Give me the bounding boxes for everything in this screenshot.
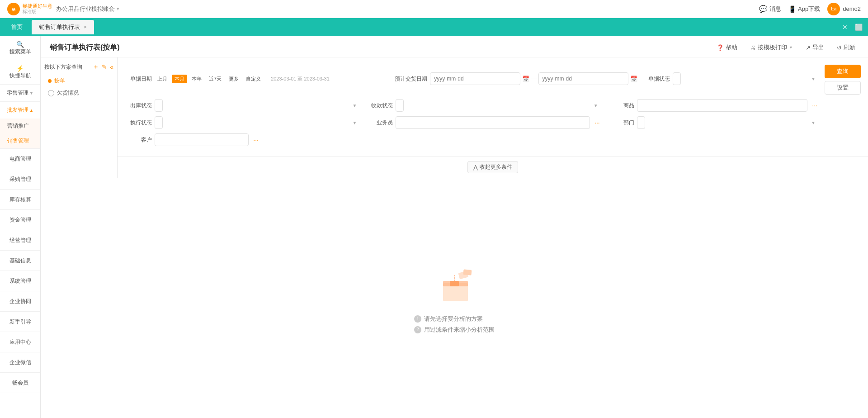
filter-add-icon[interactable]: ＋ [93,63,99,71]
print-btn[interactable]: 🖨 按模板打印 ▼ [746,42,797,53]
calendar-icon-1: 📅 [522,76,529,82]
sidebar-quick-nav[interactable]: ⚡ 快捷导航 [0,60,40,84]
date-tab-more[interactable]: 更多 [226,75,241,83]
empty-tip-2: 2 用过滤条件来缩小分析范围 [414,326,495,334]
help-icon: ❓ [717,44,724,51]
tab-sales-order[interactable]: 销售订单执行表 × [32,20,94,34]
customer-dots-icon[interactable]: ··· [251,136,260,143]
sidebar-item-enterprise[interactable]: 企业协同 [0,291,40,311]
salesperson-dots-icon[interactable]: ··· [593,119,602,126]
sidebar-ecommerce-section: 电商管理 [0,149,40,169]
expected-date-end-input[interactable] [538,72,628,85]
help-btn[interactable]: ❓ 帮助 [713,42,741,53]
sidebar-item-wholesale[interactable]: 批发管理 ▲ [0,102,40,119]
empty-tip-1: 1 请先选择要分析的方案 [414,315,495,323]
date-tab-7days[interactable]: 近7天 [206,75,224,83]
status-chevron-icon: ▼ [811,76,816,81]
export-label: 导出 [812,43,824,52]
filter-active-dot [48,79,52,83]
sidebar-item-weixin[interactable]: 企业微信 [0,352,40,372]
page-title: 销售订单执行表(按单) [50,43,120,52]
filter-customer-input[interactable] [155,133,249,146]
more-conditions-btn[interactable]: ⋀ 收起更多条件 [467,161,518,173]
sidebar-item-operation[interactable]: 经营管理 [0,230,40,250]
sidebar-item-basic-label: 基础信息 [9,257,31,265]
filter-row-2: 出库状态 ▼ 收款状态 [125,99,861,112]
filter-form-area: 单据日期 上月 本月 本年 近7天 更多 自定义 2023-03-01 至 20… [118,57,868,178]
product-dots-icon[interactable]: ··· [810,102,819,109]
filter-dept-select[interactable] [637,116,645,129]
sidebar-item-inventory[interactable]: 库存核算 [0,190,40,209]
filter-outbound-select[interactable] [155,99,163,112]
user-area[interactable]: Ea demo2 [827,3,861,15]
filter-expected-date-group: 📅 — 📅 [430,72,637,85]
filter-actions: 查询 设置 [825,63,861,95]
sidebar-item-apps[interactable]: 应用中心 [0,332,40,352]
empty-tips: 1 请先选择要分析的方案 2 用过滤条件来缩小分析范围 [414,315,495,334]
filter-row-3: 执行状态 ▼ 业务员 [125,116,861,129]
tip-num-1: 1 [414,315,421,323]
message-btn[interactable]: 💬 消息 [759,5,781,13]
sidebar-search[interactable]: 🔍 搜索菜单 [0,36,40,60]
filter-row-1: 单据日期 上月 本月 本年 近7天 更多 自定义 2023-03-01 至 20… [125,63,861,95]
tab-maximize-btn[interactable]: ⬜ [853,22,864,33]
tab-home-label: 首页 [11,23,23,31]
sidebar-item-operation-label: 经营管理 [9,237,31,244]
filter-product-input[interactable] [637,99,808,112]
filter-item-owe[interactable]: 欠货情况 [44,87,113,99]
sidebar-item-marketing[interactable]: 营销推广 [0,119,40,133]
expected-date-start-input[interactable] [430,72,520,85]
refresh-icon: ↺ [837,44,842,51]
sidebar-item-system[interactable]: 系统管理 [0,271,40,291]
filter-collapse-icon[interactable]: « [110,63,113,71]
empty-tip-1-text: 请先选择要分析的方案 [424,315,483,323]
message-icon: 💬 [759,5,768,13]
quick-nav-icon: ⚡ [16,65,24,72]
filter-date-label: 单据日期 [125,75,152,83]
setting-button[interactable]: 设置 [825,81,861,95]
date-tab-this-year[interactable]: 本年 [189,75,204,83]
user-name: demo2 [843,5,861,12]
tab-home[interactable]: 首页 [4,20,30,34]
refresh-btn[interactable]: ↺ 刷新 [833,42,859,53]
date-tab-this-month[interactable]: 本月 [172,75,187,83]
tip-num-2: 2 [414,326,421,333]
sidebar-item-sales[interactable]: 销售管理 [0,133,40,148]
sidebar-item-purchase[interactable]: 采购管理 [0,169,40,189]
sidebar-item-newbie[interactable]: 新手引导 [0,312,40,332]
sidebar-item-retail[interactable]: 零售管理 ▼ [0,85,40,101]
filter-status-select[interactable] [673,72,681,85]
filter-outbound-wrapper: ▼ [155,99,360,112]
tab-close-window-btn[interactable]: ✕ [840,22,849,33]
query-button[interactable]: 查询 [825,65,861,78]
app-download-btn[interactable]: 📱 App下载 [788,5,820,13]
date-tab-last-month[interactable]: 上月 [155,75,170,83]
empty-tip-2-text: 用过滤条件来缩小分析范围 [424,326,495,334]
export-icon: ↗ [806,44,811,51]
avatar: Ea [827,3,840,15]
date-tab-custom[interactable]: 自定义 [243,75,264,83]
filter-edit-icon[interactable]: ✎ [102,63,107,71]
filter-payment-select[interactable] [396,99,404,112]
sidebar-item-retail-label: 零售管理 [7,89,28,97]
filter-exec-select[interactable] [155,116,163,129]
message-label: 消息 [769,5,781,13]
sidebar-item-basic[interactable]: 基础信息 [0,251,40,271]
print-label: 按模板打印 [758,43,787,52]
breadcrumb[interactable]: 办公用品行业模拟账套 ▾ [56,5,119,13]
sidebar-item-ecommerce-label: 电商管理 [9,155,31,163]
tab-close-icon[interactable]: × [84,24,87,30]
filter-item-invoice[interactable]: 按单 [44,75,113,87]
filter-salesperson-input[interactable] [396,116,590,129]
header-left: 畅 畅捷通好生意 标准版 办公用品行业模拟账套 ▾ [7,3,119,15]
filter-field-salesperson: 业务员 ··· [366,116,601,129]
sidebar-item-finance[interactable]: 资金管理 [0,210,40,230]
sidebar-item-member[interactable]: 畅会员 [0,373,40,393]
sidebar: 🔍 搜索菜单 ⚡ 快捷导航 零售管理 ▼ 批发管理 ▲ 营销推广 [0,36,41,418]
filter-item-owe-label: 欠货情况 [57,89,79,97]
breadcrumb-text: 办公用品行业模拟账套 [56,5,115,13]
export-btn[interactable]: ↗ 导出 [802,42,828,53]
sidebar-item-ecommerce[interactable]: 电商管理 [0,149,40,169]
sidebar-item-marketing-label: 营销推广 [7,122,29,130]
logo-text-line1: 畅捷通好生意 [23,3,52,9]
